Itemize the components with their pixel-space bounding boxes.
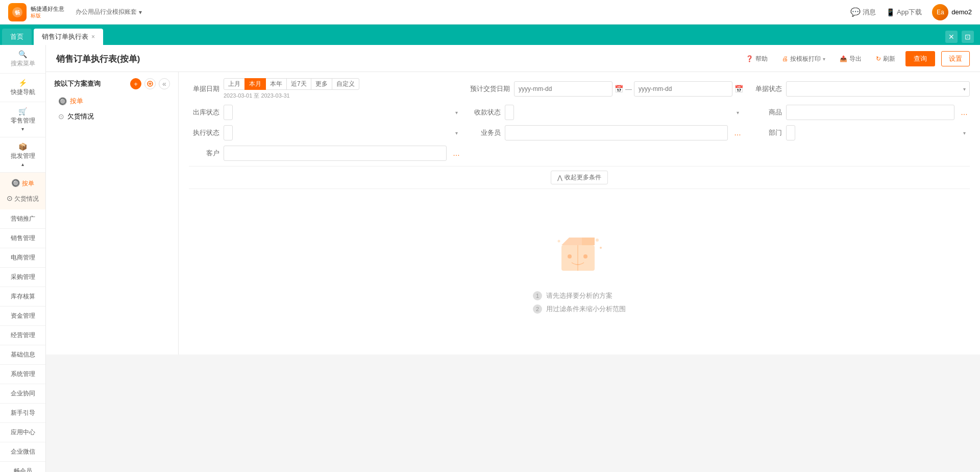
message-action[interactable]: 💬 消息 [850, 7, 876, 17]
tab-active[interactable]: 销售订单执行表 × [34, 29, 103, 45]
goods-label: 商品 [751, 108, 782, 117]
filter-row-3: 执行状态 ▾ 业务员 [189, 125, 970, 140]
forecast-date-from[interactable] [514, 81, 612, 97]
date-label: 单据日期 [189, 84, 219, 93]
refresh-btn[interactable]: ↻ 刷新 [872, 53, 899, 65]
collapse-button[interactable]: ⋀ 收起更多条件 [551, 171, 608, 184]
filter-group-forecast: 预计交货日期 📅 — 📅 [470, 81, 743, 97]
customer-more-btn[interactable]: … [451, 149, 462, 157]
forecast-date-to[interactable] [634, 81, 732, 97]
sidebar-sub-arrears[interactable]: ⊙ 欠货情况 [0, 191, 45, 206]
filter-group-customer: 客户 … [189, 146, 462, 161]
user-info[interactable]: Ea demo2 [932, 4, 972, 20]
salesman-input[interactable] [505, 125, 728, 140]
avatar: Ea [932, 4, 948, 20]
sidebar-item-shortcut[interactable]: ⚡ 快捷导航 [0, 74, 45, 102]
execute-status-select[interactable] [224, 125, 233, 140]
receipt-status-select[interactable] [505, 105, 514, 120]
export-btn[interactable]: 📤 导出 [836, 53, 866, 65]
salesman-more-btn[interactable]: … [732, 129, 743, 137]
message-label: 消息 [863, 8, 876, 17]
date-tab-7days[interactable]: 近7天 [286, 78, 311, 90]
sidebar-sub-pressorder-label: 按单 [22, 180, 34, 187]
tab-active-label: 销售订单执行表 [42, 32, 88, 41]
settings-button[interactable]: 设置 [941, 51, 970, 66]
forecast-calendar-icon2[interactable]: 📅 [734, 85, 743, 93]
add-plan-btn[interactable]: + [130, 78, 141, 89]
sidebar-item-purchase[interactable]: 采购管理 [0, 268, 45, 287]
tab-close-action[interactable]: ✕ [945, 31, 958, 43]
filter-container: 单据日期 上月 本月 本年 近7天 更多 自定义 [179, 72, 980, 188]
sidebar-member-label: 畅会员 [14, 467, 32, 472]
execute-chevron-icon: ▾ [455, 130, 458, 136]
sidebar-purchase-label: 采购管理 [11, 273, 35, 281]
date-range-hint: 2023-03-01 至 2023-03-31 [224, 92, 362, 100]
sidebar-item-ecommerce[interactable]: 电商管理 [0, 248, 45, 268]
date-tab-custom[interactable]: 自定义 [332, 78, 359, 90]
template-print-btn[interactable]: 🖨 按模板打印 ▾ [778, 53, 829, 65]
help-btn[interactable]: ❓ 帮助 [742, 53, 772, 65]
tab-close-btn[interactable]: × [91, 33, 95, 40]
sidebar-item-wechat[interactable]: 企业微信 [0, 442, 45, 462]
empty-text: 1 请先选择要分析的方案 2 用过滤条件来缩小分析范围 [533, 291, 626, 314]
forecast-calendar-icon1[interactable]: 📅 [615, 85, 623, 93]
sidebar-sub-pressorder[interactable]: 🔘 按单 [0, 176, 45, 191]
collapse-panel-btn[interactable]: « [159, 78, 170, 89]
app-icon: 📱 [886, 8, 895, 16]
date-tab-more[interactable]: 更多 [311, 78, 332, 90]
sidebar-item-enterprise[interactable]: 企业协同 [0, 384, 45, 404]
empty-step-1: 1 请先选择要分析的方案 [533, 291, 626, 300]
receipt-status-label: 收款状态 [470, 108, 501, 117]
filter-group-ship: 出库状态 ▾ [189, 105, 462, 120]
goods-more-btn[interactable]: … [959, 108, 970, 116]
sidebar-item-system[interactable]: 系统管理 [0, 365, 45, 384]
date-tab-this-month[interactable]: 本月 [244, 78, 266, 90]
sidebar-item-search[interactable]: 🔍 搜索菜单 [0, 45, 45, 74]
app-download-action[interactable]: 📱 App下载 [886, 8, 922, 17]
query-button[interactable]: 查询 [905, 51, 935, 66]
empty-icon [554, 230, 605, 281]
date-section: 上月 本月 本年 近7天 更多 自定义 2023-03-01 至 2023-03… [224, 78, 362, 100]
page-content: 按以下方案查询 + « [46, 72, 980, 472]
company-dropdown[interactable]: 办公用品行业模拟账套 ▾ [76, 8, 142, 16]
active-item-icon: 🔘 [58, 97, 67, 105]
goods-input[interactable] [786, 105, 954, 120]
right-section: 单据日期 上月 本月 本年 近7天 更多 自定义 [179, 72, 980, 355]
sidebar-item-marketing[interactable]: 营销推广 [0, 209, 45, 229]
svg-text:畅: 畅 [15, 10, 20, 15]
user-name: demo2 [951, 8, 972, 16]
customer-input[interactable] [224, 146, 447, 161]
date-tab-this-year[interactable]: 本年 [265, 78, 287, 90]
content-wrapper: 按以下方案查询 + « [46, 72, 980, 355]
tab-expand-action[interactable]: ⊡ [962, 31, 974, 43]
receipt-select-wrapper: ▾ [505, 105, 743, 120]
refresh-icon: ↻ [876, 55, 881, 62]
collapse-icon: ⋀ [557, 174, 562, 181]
sidebar-item-newbie[interactable]: 新手引导 [0, 404, 45, 423]
sidebar-item-apps[interactable]: 应用中心 [0, 423, 45, 442]
dept-select[interactable] [786, 125, 795, 140]
sidebar-finance-label: 资金管理 [11, 312, 35, 320]
sidebar-item-finance[interactable]: 资金管理 [0, 306, 45, 326]
wholesale-arrow-icon: ▴ [21, 161, 24, 167]
ship-status-select[interactable] [224, 105, 233, 120]
tab-home-label: 首页 [10, 32, 23, 41]
panel-item-arrears[interactable]: ⊙ 欠货情况 [54, 109, 170, 124]
sidebar-item-retail[interactable]: 🛒 零售管理 ▾ [0, 102, 45, 137]
sidebar-item-operation[interactable]: 经营管理 [0, 326, 45, 345]
status-select[interactable] [786, 81, 970, 97]
sidebar-item-inventory[interactable]: 库存核算 [0, 287, 45, 306]
forecast-label: 预计交货日期 [470, 84, 510, 93]
empty-step-2: 2 用过滤条件来缩小分析范围 [533, 304, 626, 314]
sidebar-search-label: 搜索菜单 [11, 59, 35, 68]
sidebar-item-sales[interactable]: 销售管理 [0, 229, 45, 248]
sidebar-item-basic[interactable]: 基础信息 [0, 345, 45, 365]
edit-plan-btn[interactable] [144, 78, 156, 89]
filter-group-execute: 执行状态 ▾ [189, 125, 462, 140]
export-icon: 📤 [840, 55, 847, 62]
date-tab-last-month[interactable]: 上月 [224, 78, 245, 90]
sidebar-item-wholesale[interactable]: 📦 批发管理 ▴ [0, 137, 45, 173]
panel-item-pressorder[interactable]: 🔘 按单 [54, 93, 170, 109]
sidebar-item-member[interactable]: 畅会员 [0, 462, 45, 472]
tab-home[interactable]: 首页 [2, 29, 32, 45]
